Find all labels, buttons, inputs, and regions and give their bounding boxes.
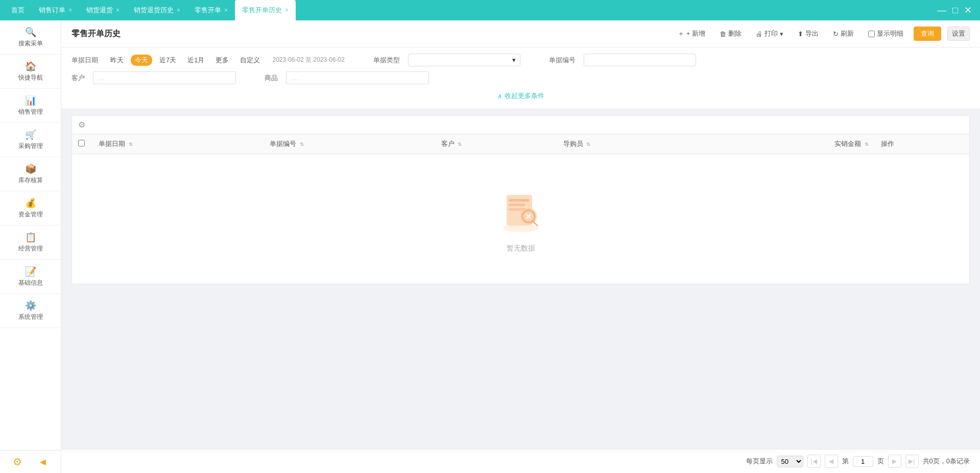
sidebar-item-finance[interactable]: 💰 资金管理 (0, 191, 61, 226)
per-page-select[interactable]: 50 100 200 (777, 456, 803, 467)
tab-return-goods-close[interactable]: × (116, 7, 119, 14)
tab-return-history[interactable]: 销货退货历史 × (127, 0, 187, 20)
filter-area: 单据日期 昨天 今天 近7天 近1月 更多 自定义 2023-06-02 至 2… (61, 47, 980, 109)
tab-sales-order[interactable]: 销售订单 × (32, 0, 79, 20)
page-header: 零售开单历史 ＋ + 新增 🗑 删除 🖨 打印 ▾ ⬆ 导出 (61, 20, 980, 47)
add-button[interactable]: ＋ + 新增 (674, 27, 709, 40)
date-opt-1month[interactable]: 近1月 (183, 55, 208, 66)
page-label: 第 (842, 457, 849, 466)
header-actions: ＋ + 新增 🗑 删除 🖨 打印 ▾ ⬆ 导出 ↻ (674, 27, 970, 41)
pagination: 每页显示 50 100 200 |◀ ◀ 第 页 ▶ ▶| 共0页，0条记录 (61, 449, 980, 473)
export-button[interactable]: ⬆ 导出 (794, 27, 823, 40)
col-amount[interactable]: 实销金额 ⇅ (704, 134, 875, 154)
tab-retail-order-close[interactable]: × (224, 7, 228, 14)
col-customer-label: 客户 (441, 140, 455, 147)
close-icon[interactable]: ✕ (964, 5, 972, 16)
col-customer-sort[interactable]: ⇅ (458, 141, 462, 147)
col-date[interactable]: 单据日期 ⇅ (92, 134, 264, 154)
tab-return-goods-label: 销货退货 (86, 6, 113, 15)
refresh-label: 刷新 (841, 29, 854, 38)
customer-placeholder: … (98, 74, 104, 82)
purchase-icon: 🛒 (25, 129, 36, 140)
sidebar-item-sales-label: 销售管理 (18, 108, 43, 116)
sidebar-item-purchase[interactable]: 🛒 采购管理 (0, 123, 61, 157)
col-customer[interactable]: 客户 ⇅ (435, 134, 557, 154)
goods-placeholder: … (291, 74, 297, 82)
select-all-checkbox[interactable] (78, 140, 85, 146)
print-dropdown-icon: ▾ (780, 30, 783, 38)
checkbox-header (72, 134, 92, 154)
last-page-btn[interactable]: ▶| (905, 455, 919, 468)
minimize-icon[interactable]: — (937, 5, 946, 16)
col-amount-label: 实销金额 (834, 140, 861, 147)
top-tabs-bar: 首页 销售订单 × 销货退货 × 销货退货历史 × 零售开单 × 零售开单历史 … (0, 0, 980, 20)
content-area: 零售开单历史 ＋ + 新增 🗑 删除 🖨 打印 ▾ ⬆ 导出 (61, 20, 980, 473)
export-label: 导出 (805, 29, 819, 38)
settings-label: 设置 (952, 29, 965, 38)
tab-retail-order-label: 零售开单 (195, 6, 221, 15)
sidebar-item-search[interactable]: 🔍 搜索采单 (0, 20, 61, 55)
collapse-sidebar-icon[interactable]: ◄ (38, 456, 48, 468)
sidebar-bottom: ⚙ ◄ (0, 450, 61, 473)
doc-type-label: 单据类型 (373, 56, 400, 65)
show-detail-button[interactable]: 显示明细 (864, 27, 907, 40)
col-salesperson[interactable]: 导购员 ⇅ (557, 134, 704, 154)
settings-button[interactable]: 设置 (947, 27, 970, 41)
tab-retail-order[interactable]: 零售开单 × (187, 0, 235, 20)
refresh-button[interactable]: ↻ 刷新 (829, 27, 858, 40)
show-detail-label: 显示明细 (877, 29, 903, 38)
col-actions: 操作 (875, 134, 969, 154)
print-button[interactable]: 🖨 打印 ▾ (752, 27, 787, 40)
first-page-btn[interactable]: |◀ (807, 455, 821, 468)
doc-no-input[interactable] (584, 54, 696, 66)
tab-sales-order-label: 销售订单 (39, 6, 65, 15)
next-page-btn[interactable]: ▶ (888, 455, 901, 468)
col-salesperson-sort[interactable]: ⇅ (586, 141, 590, 147)
tab-retail-history-close[interactable]: × (285, 7, 289, 14)
col-amount-sort[interactable]: ⇅ (865, 141, 869, 147)
sidebar-item-inventory[interactable]: 📦 库存核算 (0, 157, 61, 191)
date-opt-today[interactable]: 今天 (131, 55, 152, 66)
sidebar-item-operations-label: 经营管理 (18, 244, 43, 253)
sidebar-item-system[interactable]: ⚙️ 系统管理 (0, 294, 61, 328)
per-page-label: 每页显示 (746, 457, 773, 466)
tab-return-history-close[interactable]: × (177, 7, 180, 14)
maximize-icon[interactable]: □ (952, 5, 958, 16)
query-button[interactable]: 查询 (914, 27, 941, 41)
date-opt-7days[interactable]: 近7天 (155, 55, 180, 66)
add-label: + 新增 (686, 29, 705, 38)
customer-label: 客户 (71, 73, 85, 83)
collapse-btn[interactable]: ∧ 收起更多条件 (71, 89, 970, 103)
table-area: ⚙ 单据日期 ⇅ 单据编号 (61, 109, 980, 449)
sidebar-item-sales[interactable]: 📊 销售管理 (0, 89, 61, 123)
tab-sales-order-close[interactable]: × (68, 7, 72, 14)
tab-home-label: 首页 (11, 6, 25, 15)
tab-return-goods[interactable]: 销货退货 × (79, 0, 127, 20)
col-doc-no-sort[interactable]: ⇅ (300, 141, 304, 147)
tab-retail-history[interactable]: 零售开单历史 × (235, 0, 296, 20)
col-doc-no[interactable]: 单据编号 ⇅ (264, 134, 435, 154)
sidebar-item-inventory-label: 库存核算 (18, 176, 43, 185)
customer-select[interactable]: … (93, 71, 236, 84)
doc-type-select[interactable]: ▾ (408, 54, 520, 66)
sidebar-item-basic[interactable]: 📝 基础信息 (0, 260, 61, 294)
page-number-input[interactable] (853, 456, 873, 467)
col-date-sort[interactable]: ⇅ (129, 141, 133, 147)
goods-select[interactable]: … (286, 71, 429, 84)
tab-home[interactable]: 首页 (4, 0, 32, 20)
date-opt-custom[interactable]: 自定义 (236, 55, 264, 66)
sidebar: 🔍 搜索采单 🏠 快捷导航 📊 销售管理 🛒 采购管理 📦 库存核算 💰 资金管… (0, 20, 61, 473)
column-settings-icon[interactable]: ⚙ (78, 120, 85, 130)
prev-page-btn[interactable]: ◀ (825, 455, 838, 468)
settings-bottom-icon[interactable]: ⚙ (13, 456, 22, 468)
sales-icon: 📊 (25, 95, 36, 106)
sidebar-item-operations[interactable]: 📋 经营管理 (0, 226, 61, 260)
date-opt-yesterday[interactable]: 昨天 (106, 55, 128, 66)
col-date-label: 单据日期 (99, 140, 125, 147)
date-label: 单据日期 (71, 56, 98, 65)
filter-row-1: 单据日期 昨天 今天 近7天 近1月 更多 自定义 2023-06-02 至 2… (71, 54, 970, 66)
sidebar-item-nav[interactable]: 🏠 快捷导航 (0, 55, 61, 89)
date-opt-more[interactable]: 更多 (211, 55, 233, 66)
show-detail-checkbox[interactable] (868, 31, 875, 37)
delete-button[interactable]: 🗑 删除 (715, 27, 746, 40)
